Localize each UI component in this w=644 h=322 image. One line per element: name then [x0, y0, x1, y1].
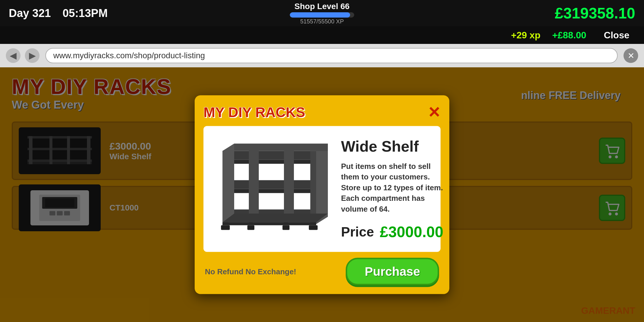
- shop-level-label: Shop Level 66: [294, 2, 350, 11]
- svg-marker-21: [316, 144, 328, 224]
- xp-bar-fill: [290, 12, 350, 18]
- product-modal: MY DIY RACKS ✕: [195, 95, 449, 294]
- money-notification: +£88.00: [552, 30, 586, 41]
- svg-rect-13: [222, 160, 316, 164]
- svg-marker-26: [222, 214, 328, 222]
- no-refund-text: No Refund No Exchange!: [205, 267, 296, 276]
- modal-price-value: £3000.00: [380, 223, 443, 240]
- modal-price-row: Price £3000.00: [341, 223, 443, 240]
- svg-rect-27: [222, 222, 316, 225]
- day-label: Day 321: [9, 7, 51, 20]
- shop-level-area: Shop Level 66 51557/55500 XP: [290, 2, 354, 25]
- modal-body: Wide Shelf Put items on shelf to sell th…: [203, 126, 441, 252]
- svg-rect-30: [247, 225, 254, 230]
- modal-close-button[interactable]: ✕: [428, 105, 441, 120]
- url-text: www.mydiyracks.com/shop/product-listing: [53, 51, 205, 60]
- time-label: 05:13PM: [63, 7, 108, 20]
- svg-marker-25: [284, 145, 294, 224]
- nav-buttons: ◀ ▶: [6, 48, 40, 63]
- notification-bar: +29 xp +£88.00 Close: [0, 26, 644, 44]
- close-notification-button[interactable]: Close: [598, 28, 635, 42]
- xp-text: 51557/55500 XP: [300, 18, 344, 25]
- back-button[interactable]: ◀: [6, 48, 20, 63]
- xp-bar: [290, 12, 354, 18]
- svg-rect-15: [222, 189, 316, 193]
- xp-notification: +29 xp: [511, 30, 541, 41]
- svg-rect-28: [221, 225, 230, 230]
- browser-bar: ◀ ▶ www.mydiyracks.com/shop/product-list…: [0, 44, 644, 67]
- modal-product-details: Wide Shelf Put items on shelf to sell th…: [341, 138, 443, 241]
- modal-footer: No Refund No Exchange! Purchase: [203, 258, 441, 285]
- day-time: Day 321 05:13PM: [9, 7, 108, 20]
- browser-close-button[interactable]: ✕: [624, 48, 638, 63]
- money-display: £319358.10: [555, 4, 635, 22]
- close-x-icon: ✕: [628, 51, 634, 61]
- svg-rect-31: [282, 225, 290, 230]
- modal-price-label: Price: [341, 224, 374, 239]
- modal-product-description: Put items on shelf to sell them to your …: [341, 161, 443, 214]
- svg-marker-32: [234, 144, 328, 151]
- svg-marker-19: [222, 144, 234, 224]
- modal-product-name: Wide Shelf: [341, 138, 443, 155]
- svg-rect-20: [310, 151, 316, 224]
- purchase-button[interactable]: Purchase: [346, 258, 439, 285]
- top-bar: Day 321 05:13PM Shop Level 66 51557/5550…: [0, 0, 644, 26]
- svg-rect-29: [309, 225, 318, 230]
- modal-title: MY DIY RACKS: [203, 104, 305, 120]
- svg-marker-23: [249, 145, 259, 224]
- forward-button[interactable]: ▶: [25, 48, 40, 63]
- wide-shelf-modal-image: [214, 136, 328, 242]
- url-bar[interactable]: www.mydiyracks.com/shop/product-listing: [45, 48, 618, 63]
- main-content: MY DIY RACKS We Got Every nline FREE Del…: [0, 67, 644, 322]
- modal-header: MY DIY RACKS ✕: [203, 104, 441, 120]
- modal-product-image: [209, 133, 332, 245]
